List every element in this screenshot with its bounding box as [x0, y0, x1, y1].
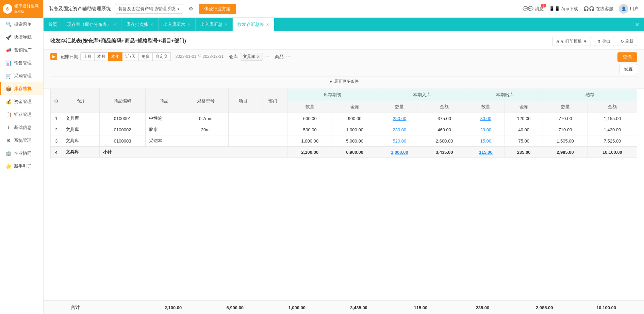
- experience-btn[interactable]: 体验行业方案: [199, 4, 236, 14]
- cell-goods-spec: 20ml: [183, 124, 229, 135]
- service-label: 在线客服: [596, 6, 613, 12]
- sidebar-item-system[interactable]: ⚙ 系统管理: [0, 134, 43, 147]
- print-btn[interactable]: 🖨 打印模板 ▼: [552, 37, 591, 46]
- tab-close-1[interactable]: ✕: [113, 23, 116, 27]
- cell-seq: 1: [51, 113, 62, 124]
- cell-warehouse: 文具库: [62, 113, 100, 124]
- sidebar-item-search[interactable]: 🔍 搜索菜单: [0, 18, 43, 31]
- sidebar-label-basic: 基础信息: [14, 125, 32, 131]
- cell-in-qty[interactable]: 520.00: [377, 135, 422, 147]
- cell-opening-amt: 1,000.00: [332, 124, 377, 135]
- system-dropdown[interactable]: 装备及固定资产辅助管理系统: [115, 4, 183, 14]
- cell-out-qty[interactable]: 20.00: [467, 124, 505, 135]
- tab-0[interactable]: 首页: [44, 18, 62, 31]
- th-project: 项目: [229, 89, 258, 113]
- cell-goods-code: 0100002: [100, 124, 145, 135]
- sidebar-item-operations[interactable]: 📋 经营管理: [0, 108, 43, 121]
- date-btn-7days[interactable]: 近7天: [122, 52, 139, 61]
- sidebar-item-purchase[interactable]: 🛒 采购管理: [0, 69, 43, 82]
- table-settings-icon[interactable]: ⚙: [54, 98, 59, 104]
- th-goods-name: 商品: [145, 89, 183, 113]
- tab-close-3[interactable]: ✕: [187, 23, 191, 27]
- warehouse-label: 仓库: [229, 54, 238, 60]
- sidebar-item-marketing[interactable]: 📣 营销推广: [0, 44, 43, 56]
- tabbar-close-icon[interactable]: ✕: [630, 21, 644, 28]
- sidebar-label-sales: 销售管理: [14, 60, 32, 66]
- cell-in-qty[interactable]: 250.00: [377, 113, 422, 124]
- cell-goods-name: 中性笔: [145, 113, 183, 124]
- online-service-btn[interactable]: 🎧 在线客服: [583, 6, 613, 12]
- topbar-right: 💬 消息 6 📱 App下载 🎧 在线客服 👤 用户: [523, 4, 639, 14]
- sidebar-item-quick-nav[interactable]: 🚀 快捷导航: [0, 31, 43, 44]
- sidebar-item-company[interactable]: 🏢 企业协同: [0, 147, 43, 160]
- filter-row-1: 记账日期 上月 本月 本年 近7天 更多 自定义 2023-01-01 至 20…: [61, 52, 614, 61]
- goods-dots[interactable]: ···: [286, 54, 290, 60]
- warehouse-tag-close-icon[interactable]: ✕: [257, 54, 260, 59]
- export-icon: ⬆: [597, 39, 601, 44]
- filter-actions: 查询 设置: [617, 52, 637, 74]
- finance-icon: 💰: [6, 99, 11, 104]
- sub-seq: 4: [51, 147, 62, 158]
- tab-5[interactable]: 收发存汇总表✕: [233, 18, 274, 31]
- query-btn[interactable]: 查询: [617, 52, 637, 62]
- cell-seq: 2: [51, 124, 62, 135]
- logo-subtitle: 标准版: [14, 9, 39, 14]
- page-header: 收发存汇总表(按仓库+商品编码+商品+规格型号+项目+部门) 🖨 打印模板 ▼ …: [44, 31, 644, 50]
- date-btn-this-month[interactable]: 本月: [94, 52, 109, 61]
- tab-2[interactable]: 库存批次账✕: [121, 18, 159, 31]
- filter-fields: 记账日期 上月 本月 本年 近7天 更多 自定义 2023-01-01 至 20…: [61, 52, 614, 61]
- expand-down-icon: ▼: [329, 79, 333, 84]
- sidebar-item-sales[interactable]: 📊 销售管理: [0, 56, 43, 69]
- date-btn-more[interactable]: 更多: [138, 52, 153, 61]
- table-container: ⚙ 仓库 商品编码 商品 规格型号 项目 部门 库存期初 本期入库 本期出库 结…: [44, 89, 644, 300]
- cell-out-amt: 75.00: [505, 135, 543, 147]
- sub-out-qty[interactable]: 115.00: [467, 147, 505, 158]
- th-opening-amt: 金额: [332, 101, 377, 113]
- tab-close-4[interactable]: ✕: [225, 23, 228, 27]
- tab-3[interactable]: 出入库流水✕: [159, 18, 196, 31]
- sub-balance-amt: 10,100.00: [588, 147, 637, 158]
- export-btn[interactable]: ⬆ 导出: [594, 37, 614, 46]
- th-balance-qty: 数量: [543, 101, 588, 113]
- sidebar-item-newbie[interactable]: 🌟 新手引导: [0, 160, 43, 173]
- tabbar: 首页现存量（库存分布表）✕库存批次账✕出入库流水✕出入库汇总✕收发存汇总表✕ ✕: [44, 18, 644, 31]
- filter-toggle-btn[interactable]: ▶: [50, 53, 57, 60]
- expand-more-btn[interactable]: ▼ 展开更多条件: [329, 79, 359, 84]
- warehouse-dots[interactable]: ···: [265, 54, 269, 60]
- user-area[interactable]: 👤 用户: [619, 4, 639, 14]
- table-row: 2 文具库 0100002 胶水 20ml 500.00 1,000.00 23…: [51, 124, 637, 135]
- tab-close-2[interactable]: ✕: [150, 23, 153, 27]
- setting-btn[interactable]: 设置: [620, 64, 637, 74]
- cell-opening-amt: 5,000.00: [332, 135, 377, 147]
- cell-opening-amt: 900.00: [332, 113, 377, 124]
- gear-icon[interactable]: ⚙: [187, 4, 195, 13]
- warehouse-filter-field: 仓库 文具库 ✕ ···: [229, 53, 269, 61]
- warehouse-tag[interactable]: 文具库 ✕: [240, 53, 263, 61]
- sidebar-label-search: 搜索菜单: [14, 21, 32, 27]
- date-btn-this-year[interactable]: 本年: [108, 52, 122, 61]
- app-download-btn[interactable]: 📱 App下载: [549, 6, 578, 12]
- message-icon: 💬: [523, 6, 533, 11]
- tab-1[interactable]: 现存量（库存分布表）✕: [62, 18, 121, 31]
- date-btn-prev-month[interactable]: 上月: [80, 52, 95, 61]
- date-btn-custom[interactable]: 自定义: [152, 52, 171, 61]
- cell-in-qty[interactable]: 230.00: [377, 124, 422, 135]
- sub-opening-amt: 6,900.00: [332, 147, 377, 158]
- footer-in-amt: 3,435.00: [328, 305, 390, 310]
- tab-4[interactable]: 出入库汇总✕: [196, 18, 233, 31]
- cell-in-amt: 2,600.00: [422, 135, 467, 147]
- sidebar-item-basic[interactable]: ℹ 基础信息: [0, 121, 43, 134]
- tab-close-5[interactable]: ✕: [266, 23, 269, 27]
- cell-balance-amt: 7,525.00: [588, 135, 637, 147]
- app-download-label: App下载: [561, 6, 578, 12]
- sales-icon: 📊: [6, 60, 11, 66]
- expand-label: 展开更多条件: [334, 79, 359, 84]
- cell-out-qty[interactable]: 15.00: [467, 135, 505, 147]
- sidebar-item-finance[interactable]: 💰 资金管理: [0, 95, 43, 108]
- message-btn[interactable]: 💬 消息 6: [523, 6, 544, 12]
- goods-filter-field: 商品 ···: [275, 54, 290, 60]
- refresh-btn[interactable]: ↻ 刷新: [617, 37, 637, 46]
- sidebar-item-inventory[interactable]: 📦 库存核算: [0, 82, 43, 95]
- sub-in-qty[interactable]: 1,000.00: [377, 147, 422, 158]
- cell-out-qty[interactable]: 80.00: [467, 113, 505, 124]
